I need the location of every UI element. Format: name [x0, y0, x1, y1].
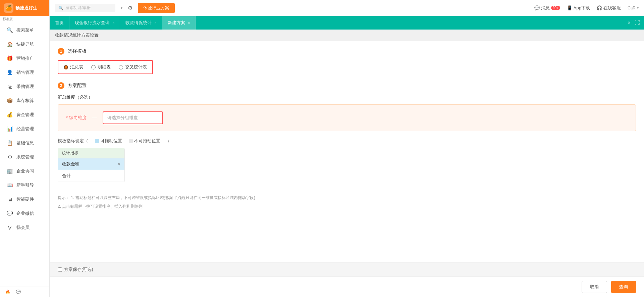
- sidebar-item-sales[interactable]: 👤 销售管理: [0, 65, 49, 80]
- radio-detail[interactable]: 明细表: [91, 64, 111, 70]
- metrics-title: 模板指标设定（: [58, 138, 88, 144]
- online-service-btn[interactable]: 🎧 在线客服: [597, 5, 621, 11]
- tab-new-plan-close[interactable]: ×: [188, 21, 190, 25]
- legend-drag: 可拖动位置: [95, 138, 122, 144]
- fullscreen-icon[interactable]: ⛶: [633, 18, 641, 27]
- tab-collection-stats-close[interactable]: ×: [154, 21, 156, 25]
- settings-icon[interactable]: ⚙: [128, 5, 132, 11]
- topbar: 🔍 搜索功能/单据 ▾ ⚙ 体验行业方案 💬 消息 99+ 📱 App下载 🎧 …: [50, 0, 644, 16]
- trial-button[interactable]: 体验行业方案: [138, 3, 175, 13]
- sidebar-item-finance[interactable]: 💰 资金管理: [0, 108, 49, 122]
- legend-nodrag: 不可拖动位置: [129, 138, 160, 144]
- form-area: 1 选择模板 汇总表 明细表 交叉统计表: [50, 41, 644, 262]
- radio-summary-input[interactable]: [64, 65, 68, 69]
- tab-new-plan-label: 新建方案: [168, 20, 185, 26]
- money-icon: 💰: [6, 112, 13, 118]
- tab-home[interactable]: 首页: [50, 16, 69, 30]
- tabbar-actions: × ⛶: [626, 18, 644, 27]
- tab-bank-flow[interactable]: 现金银行流水查询 ×: [69, 16, 120, 30]
- sidebar-item-basic-info[interactable]: 📋 基础信息: [0, 136, 49, 150]
- close-window-icon[interactable]: ×: [626, 18, 632, 27]
- app-download-btn[interactable]: 📱 App下载: [567, 5, 590, 11]
- dimension-area: * 纵向维度 — 请选择分组维度: [58, 104, 636, 131]
- monitor-icon: 🖥: [6, 197, 13, 202]
- sidebar-item-label: 畅会员: [16, 225, 30, 231]
- upgrade-button[interactable]: 🔥: [5, 290, 10, 294]
- legend-drag-label: 可拖动位置: [100, 138, 122, 144]
- nodrag-indicator: [129, 139, 133, 143]
- section2-label: 方案配置: [68, 83, 87, 89]
- sidebar-item-wechat[interactable]: 💬 企业微信: [0, 206, 49, 220]
- user-chevron-icon: ▾: [637, 6, 639, 10]
- sidebar-item-label: 营销推广: [16, 55, 34, 61]
- search-box[interactable]: 🔍 搜索功能/单据: [55, 4, 115, 12]
- feedback-button[interactable]: 💬: [16, 290, 21, 294]
- section-config: 2 方案配置 汇总维度（必选） * 纵向维度 — 请选择分组维度: [58, 82, 636, 214]
- dimension-placeholder: 请选择分组维度: [107, 115, 138, 120]
- dimension-select[interactable]: 请选择分组维度: [103, 111, 163, 124]
- section1-title: 1 选择模板: [58, 48, 636, 55]
- metrics-col-header[interactable]: 收款金额 ∨: [58, 158, 124, 170]
- sidebar-item-quick-nav[interactable]: 🏠 快捷导航: [0, 37, 49, 51]
- metrics-title-close: ）: [167, 138, 171, 144]
- cancel-button[interactable]: 取消: [582, 281, 607, 293]
- sidebar-item-label: 快捷导航: [16, 41, 34, 47]
- user-menu[interactable]: CaR ▾: [628, 6, 639, 10]
- sidebar-edition: 标准版: [0, 16, 49, 23]
- sidebar-item-marketing[interactable]: 🎁 营销推广: [0, 51, 49, 65]
- sidebar-item-label: 资金管理: [16, 112, 34, 118]
- radio-summary[interactable]: 汇总表: [64, 64, 83, 70]
- tab-new-plan[interactable]: 新建方案 ×: [162, 16, 196, 30]
- tab-collection-stats[interactable]: 收款情况统计 ×: [120, 16, 162, 30]
- headset-icon: 🎧: [597, 5, 602, 10]
- dimension-vertical-label: * 纵向维度: [66, 115, 87, 121]
- save-checkbox[interactable]: 方案保存(可选): [58, 266, 93, 273]
- sidebar-item-inventory[interactable]: 📦 库存核算: [0, 94, 49, 108]
- sidebar-item-label: 企业协同: [16, 168, 34, 174]
- sidebar-item-label: 基础信息: [16, 140, 34, 146]
- topbar-right: 💬 消息 99+ 📱 App下载 🎧 在线客服 CaR ▾: [534, 5, 639, 11]
- query-button[interactable]: 查询: [611, 281, 636, 293]
- sidebar-item-label: 新手引导: [16, 182, 34, 188]
- dimension-arrow-icon: —: [92, 115, 97, 121]
- online-service-label: 在线客服: [603, 5, 621, 11]
- crown-icon: V: [6, 225, 13, 231]
- bag-icon: 🛍: [6, 84, 13, 90]
- dimension-subtitle: 汇总维度（必选）: [58, 94, 636, 100]
- metrics-cell-total: 合计: [58, 170, 124, 182]
- tips-section: 提示： 1. 拖动标题栏可以调整布局，不可跨维度或指标区域拖动目字段(只能在同一…: [58, 190, 636, 214]
- box-icon: 📦: [6, 98, 13, 104]
- radio-cross[interactable]: 交叉统计表: [119, 64, 147, 70]
- home-icon: 🏠: [6, 41, 13, 47]
- search-icon: 🔍: [58, 6, 63, 10]
- sidebar-item-purchase[interactable]: 🛍 采购管理: [0, 80, 49, 94]
- section1-label: 选择模板: [68, 48, 87, 54]
- sidebar-item-operations[interactable]: 📊 经营管理: [0, 122, 49, 136]
- sidebar-item-guide[interactable]: 📖 新手引导: [0, 178, 49, 192]
- save-label: 方案保存(可选): [64, 266, 93, 273]
- save-checkbox-input[interactable]: [58, 267, 62, 272]
- sidebar-bottom: 🔥 💬: [0, 287, 49, 297]
- sidebar-item-system[interactable]: ⚙ 系统管理: [0, 150, 49, 164]
- sidebar-item-enterprise[interactable]: 🏢 企业协同: [0, 164, 49, 178]
- sidebar-item-search-menu[interactable]: 🔍 搜索菜单: [0, 23, 49, 37]
- dimension-row: * 纵向维度 — 请选择分组维度: [66, 111, 628, 124]
- sidebar-item-member[interactable]: V 畅会员: [0, 220, 49, 235]
- section-template: 1 选择模板 汇总表 明细表 交叉统计表: [58, 48, 636, 74]
- content-area: 收款情况统计方案设置 1 选择模板 汇总表 明细表: [50, 30, 644, 297]
- sidebar-item-smart-hw[interactable]: 🖥 智能硬件: [0, 192, 49, 206]
- message-btn[interactable]: 💬 消息 99+: [534, 5, 560, 11]
- radio-detail-input[interactable]: [91, 65, 96, 69]
- username-label: CaR: [628, 6, 636, 10]
- logo-name: 畅捷通好生: [15, 5, 37, 11]
- main-area: 🔍 搜索功能/单据 ▾ ⚙ 体验行业方案 💬 消息 99+ 📱 App下载 🎧 …: [50, 0, 644, 297]
- metrics-header: 模板指标设定（ 可拖动位置 不可拖动位置 ）: [58, 138, 636, 144]
- section2-number: 2: [58, 82, 64, 89]
- metrics-table: 统计指标 收款金额 ∨ 合计: [58, 148, 125, 182]
- radio-cross-input[interactable]: [119, 65, 123, 69]
- tabbar: 首页 现金银行流水查询 × 收款情况统计 × 新建方案 × × ⛶: [50, 16, 644, 30]
- app-download-label: App下载: [574, 5, 590, 11]
- search-chevron[interactable]: ▾: [121, 6, 122, 10]
- tab-bank-flow-close[interactable]: ×: [112, 21, 114, 25]
- tab-home-label: 首页: [55, 20, 64, 26]
